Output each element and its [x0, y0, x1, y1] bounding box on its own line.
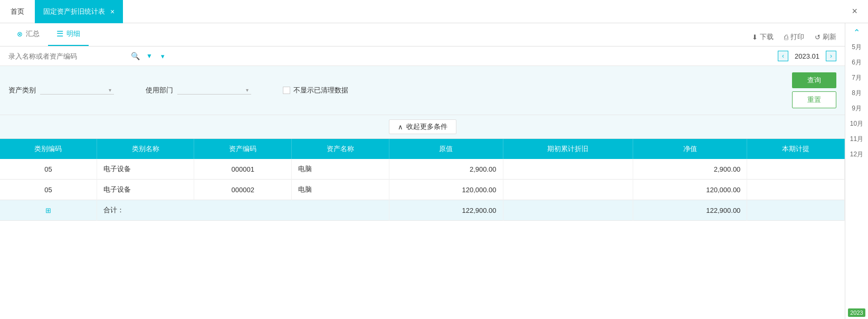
tab-close-icon[interactable]: ×: [110, 7, 115, 16]
query-button[interactable]: 查询: [792, 72, 836, 88]
total-label-cell: 合计：: [97, 200, 389, 221]
total-icon-cell: ⊞: [0, 200, 97, 221]
cell-asset-name: 电脑: [292, 180, 389, 200]
cell-original-value: 2,900.00: [389, 159, 503, 180]
date-nav-next[interactable]: ›: [826, 51, 836, 61]
tab-detail[interactable]: ☰ 明细: [48, 23, 89, 46]
cell-category-code: 05: [0, 180, 97, 200]
month-item-6[interactable]: 6月: [845, 55, 868, 70]
asset-category-filter: 资产类别 ▾: [8, 86, 114, 95]
current-date: 2023.01: [795, 52, 819, 60]
window-close-icon[interactable]: ×: [841, 6, 868, 17]
date-nav-prev[interactable]: ‹: [778, 51, 788, 61]
nav-home[interactable]: 首页: [0, 7, 35, 16]
print-label: 打印: [790, 32, 804, 42]
total-accumulated-dep: [503, 200, 633, 221]
reset-button[interactable]: 重置: [792, 91, 836, 108]
month-item-9[interactable]: 9月: [845, 101, 868, 116]
detail-icon: ☰: [56, 29, 63, 39]
refresh-button[interactable]: ↺ 刷新: [815, 32, 836, 42]
collapse-icon: ∧: [398, 123, 403, 131]
filter-icon: ▼: [146, 52, 152, 60]
cell-net-value: 120,000.00: [633, 180, 747, 200]
summary-icon: ⊗: [17, 30, 23, 38]
sidebar-scroll-up[interactable]: ⌃: [845, 25, 868, 40]
cell-asset-name: 电脑: [292, 159, 389, 180]
use-department-arrow-icon[interactable]: ▾: [246, 87, 249, 93]
col-net-value: 净值: [633, 139, 747, 159]
more-conditions-button[interactable]: ▾: [159, 52, 165, 60]
month-item-7[interactable]: 7月: [845, 70, 868, 86]
col-accumulated-depreciation: 期初累计折旧: [503, 139, 633, 159]
col-category-code: 类别编码: [0, 139, 97, 159]
asset-category-arrow-icon[interactable]: ▾: [109, 87, 111, 93]
cell-current-dep: [747, 180, 845, 200]
summary-label: 汇总: [26, 29, 40, 39]
refresh-label: 刷新: [823, 32, 836, 42]
tab-summary[interactable]: ⊗ 汇总: [8, 23, 48, 46]
cell-accumulated-dep: [503, 159, 633, 180]
total-row: ⊞ 合计： 122,900.00 122,900.00: [0, 200, 845, 221]
cell-net-value: 2,900.00: [633, 159, 747, 180]
col-original-value: 原值: [389, 139, 503, 159]
hide-cleared-checkbox[interactable]: [283, 87, 290, 94]
month-item-5[interactable]: 5月: [845, 40, 868, 55]
table-row[interactable]: 05 电子设备 000002 电脑 120,000.00 120,000.00: [0, 180, 845, 200]
cell-category-code: 05: [0, 159, 97, 180]
search-icon[interactable]: 🔍: [131, 52, 140, 60]
print-button[interactable]: ⎙ 打印: [784, 32, 804, 42]
year-badge: 2023: [848, 308, 865, 317]
use-department-label: 使用部门: [146, 86, 173, 95]
search-input[interactable]: [8, 52, 125, 60]
cell-category-name: 电子设备: [97, 180, 194, 200]
table-row[interactable]: 05 电子设备 000001 电脑 2,900.00 2,900.00: [0, 159, 845, 180]
total-grid-icon: ⊞: [45, 207, 51, 214]
total-net-value: 122,900.00: [633, 200, 747, 221]
print-icon: ⎙: [784, 33, 788, 41]
right-sidebar: ⌃ 5月 6月 7月 8月 9月 10月 11月 12月 2023: [845, 23, 868, 319]
collapse-label: 收起更多条件: [406, 122, 447, 132]
tab-label: 固定资产折旧统计表: [43, 7, 105, 16]
cell-original-value: 120,000.00: [389, 180, 503, 200]
month-item-12[interactable]: 12月: [845, 147, 868, 162]
cell-asset-code: 000001: [194, 159, 292, 180]
hide-cleared-label: 不显示已清理数据: [293, 86, 348, 95]
hide-cleared-filter: 不显示已清理数据: [283, 86, 348, 95]
col-category-name: 类别名称: [97, 139, 194, 159]
collapse-button[interactable]: ∧ 收起更多条件: [389, 119, 456, 134]
asset-category-input[interactable]: [40, 86, 109, 94]
cell-accumulated-dep: [503, 180, 633, 200]
download-icon: ⬇: [752, 33, 758, 41]
col-asset-name: 资产名称: [292, 139, 389, 159]
month-item-11[interactable]: 11月: [845, 132, 868, 147]
table-container: 类别编码 类别名称 资产编码 资产名称 原值 期初累计折旧 净值 本期计提 05…: [0, 139, 845, 319]
cell-category-name: 电子设备: [97, 159, 194, 180]
download-button[interactable]: ⬇ 下载: [752, 32, 774, 42]
col-current-depreciation: 本期计提: [747, 139, 845, 159]
use-department-filter: 使用部门 ▾: [146, 86, 251, 95]
download-label: 下载: [760, 32, 774, 42]
month-item-10[interactable]: 10月: [845, 116, 868, 132]
asset-category-label: 资产类别: [8, 86, 36, 95]
chevron-down-icon: ▾: [161, 52, 165, 60]
total-current-dep: [747, 200, 845, 221]
cell-asset-code: 000002: [194, 180, 292, 200]
month-item-8[interactable]: 8月: [845, 86, 868, 101]
detail-label: 明细: [66, 29, 80, 39]
refresh-icon: ↺: [815, 33, 821, 41]
total-original-value: 122,900.00: [389, 200, 503, 221]
use-department-input[interactable]: [177, 86, 246, 94]
col-asset-code: 资产编码: [194, 139, 292, 159]
cell-current-dep: [747, 159, 845, 180]
active-tab[interactable]: 固定资产折旧统计表 ×: [35, 0, 123, 23]
